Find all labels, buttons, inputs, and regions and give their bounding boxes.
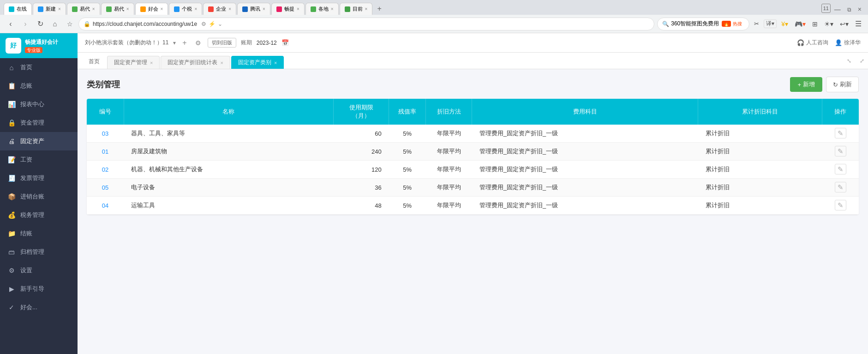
dropdown-icon[interactable]: ▾ <box>173 40 176 46</box>
browser-tab-yidai1[interactable]: 易代 × <box>67 3 100 15</box>
currency-button[interactable]: ¥▾ <box>779 20 790 28</box>
sidebar-item-settings[interactable]: ⚙ 设置 <box>0 261 78 280</box>
browser-tab-new[interactable]: 新建 × <box>33 3 66 15</box>
bookmark-button[interactable]: ☆ <box>64 18 76 30</box>
cell-name: 电子设备 <box>124 179 334 197</box>
cell-code[interactable]: 04 <box>87 197 124 215</box>
translate-button[interactable]: 译▾ <box>764 19 777 28</box>
close-window-button[interactable]: × <box>855 6 864 13</box>
close-icon[interactable]: × <box>161 6 163 12</box>
service-area[interactable]: 🎧 人工咨询 <box>797 39 828 47</box>
game-button[interactable]: 🎮▾ <box>793 20 808 28</box>
browser-tab-tencent[interactable]: 腾讯 × <box>237 3 270 15</box>
close-icon[interactable]: × <box>126 6 129 12</box>
sun-button[interactable]: ☀▾ <box>822 20 835 28</box>
add-button[interactable]: + 新增 <box>790 77 822 92</box>
cell-code[interactable]: 03 <box>87 125 124 143</box>
cell-code[interactable]: 02 <box>87 161 124 179</box>
close-icon[interactable]: × <box>331 6 334 12</box>
browser-tab-active[interactable]: 好会 × <box>135 3 168 15</box>
calendar-icon[interactable]: 📅 <box>281 39 289 46</box>
browser-tab-mubi[interactable]: 目前 × <box>340 3 373 15</box>
page-tab-depreciation[interactable]: 固定资产折旧统计表 × <box>161 56 230 69</box>
grid-button[interactable]: ⊞ <box>810 20 820 28</box>
sidebar-item-report[interactable]: 📊 报表中心 <box>0 95 78 114</box>
sidebar-item-ledger[interactable]: 📋 总账 <box>0 77 78 95</box>
sidebar-item-archive[interactable]: 🗃 归档管理 <box>0 243 78 261</box>
chevron-down-icon[interactable]: ⌄ <box>218 21 222 27</box>
forward-button[interactable]: › <box>19 18 31 30</box>
close-icon[interactable]: × <box>365 6 368 12</box>
cell-code[interactable]: 01 <box>87 143 124 161</box>
address-bar[interactable]: 🔒 https://cloud.chanjet.com/accounting/u… <box>78 18 654 30</box>
cut-button[interactable]: ✂ <box>752 20 761 27</box>
close-icon[interactable]: × <box>220 60 223 66</box>
edit-icon[interactable]: ✎ <box>835 200 846 210</box>
close-icon[interactable]: × <box>263 6 265 12</box>
sidebar-item-invoice[interactable]: 🧾 发票管理 <box>0 169 78 187</box>
cell-months: 48 <box>334 197 389 215</box>
browser-tab-online[interactable]: 在线 <box>4 3 32 15</box>
edit-icon[interactable]: ✎ <box>835 164 846 174</box>
page-tab-home[interactable]: 首页 <box>82 55 106 69</box>
cell-months: 60 <box>334 125 389 143</box>
edit-icon[interactable]: ✎ <box>835 146 846 156</box>
menu-button[interactable]: ☰ <box>853 19 863 28</box>
sidebar-item-home[interactable]: ⌂ 首页 <box>0 58 78 77</box>
sidebar-item-fixed-assets[interactable]: 🖨 固定资产 <box>0 132 78 150</box>
sidebar-item-fund[interactable]: 🔒 资金管理 <box>0 114 78 132</box>
switch-version-button[interactable]: 切到旧版 <box>208 38 236 48</box>
sidebar-item-tax[interactable]: 💰 税务管理 <box>0 206 78 224</box>
col-months: 使用期限（月） <box>334 99 389 125</box>
close-icon[interactable]: × <box>228 6 231 12</box>
minimize-button[interactable]: — <box>832 6 844 13</box>
cell-action: ✎ <box>822 179 859 197</box>
close-icon[interactable]: × <box>297 6 299 12</box>
sidebar-logo: 好 畅捷通好会计 专业版 <box>0 33 78 58</box>
edit-icon[interactable]: ✎ <box>835 182 846 192</box>
cell-name: 运输工具 <box>124 197 334 215</box>
back-button[interactable]: ‹ <box>5 18 17 30</box>
service-label: 人工咨询 <box>806 39 828 47</box>
sidebar-item-close-period[interactable]: 📁 结账 <box>0 224 78 243</box>
table-row: 05 电子设备 36 5% 年限平均 管理费用_固定资产折旧_一级 累计折旧 ✎ <box>87 179 859 197</box>
home-button[interactable]: ⌂ <box>49 18 61 30</box>
lightning-icon: ⚡ <box>209 21 216 27</box>
browser-tab-tax[interactable]: 个税 × <box>169 3 202 15</box>
undo-button[interactable]: ↩▾ <box>838 20 850 28</box>
search-bar[interactable]: 🔍 360智能抠图免费用 🔥 热搜 <box>657 18 749 30</box>
user-area[interactable]: 👤 徐泽华 <box>835 39 861 47</box>
sidebar-item-label: 归档管理 <box>20 248 44 256</box>
topbar-left: 刘小艳演示套装（勿删勿动！）11 ▾ + ⚙ 切到旧版 账期 2023-12 📅 <box>85 38 289 48</box>
browser-tab-corp[interactable]: 企业 × <box>203 3 236 15</box>
add-account-button[interactable]: + <box>180 39 188 47</box>
close-icon[interactable]: × <box>58 6 61 12</box>
sidebar-item-haohuiji[interactable]: ✓ 好会... <box>0 298 78 317</box>
page-tab-assets-mgmt[interactable]: 固定资产管理 × <box>107 56 160 69</box>
sidebar-item-salary[interactable]: 📝 工资 <box>0 150 78 169</box>
edit-icon[interactable]: ✎ <box>835 128 846 138</box>
guide-icon: ▶ <box>7 285 16 293</box>
window-collapse-button[interactable]: ⤡ <box>843 58 855 64</box>
settings-cog-button[interactable]: ⚙ <box>193 39 203 47</box>
refresh-button[interactable]: ↻ <box>34 18 46 30</box>
cell-code[interactable]: 05 <box>87 179 124 197</box>
close-icon[interactable]: × <box>150 60 153 66</box>
window-expand-button[interactable]: ⤢ <box>856 58 868 64</box>
new-tab-button[interactable]: + <box>373 3 385 15</box>
sidebar-item-label: 资金管理 <box>20 119 44 127</box>
browser-tab-yidai2[interactable]: 易代 × <box>101 3 134 15</box>
close-icon[interactable]: × <box>194 6 197 12</box>
refresh-button[interactable]: ↻ 刷新 <box>826 77 859 92</box>
sidebar-item-guide[interactable]: ▶ 新手引导 <box>0 280 78 298</box>
restore-button[interactable]: ⧉ <box>844 6 854 13</box>
site-tools-icon[interactable]: ⚙ <box>201 21 206 27</box>
cell-accum: 累计折旧 <box>698 143 822 161</box>
browser-tab-gedi[interactable]: 各地 × <box>305 3 339 15</box>
close-icon[interactable]: × <box>92 6 95 12</box>
sidebar-item-stock[interactable]: 📦 进销台账 <box>0 187 78 206</box>
cell-expense: 管理费用_固定资产折旧_一级 <box>472 179 698 197</box>
close-icon[interactable]: × <box>274 60 277 66</box>
page-tab-category[interactable]: 固定资产类别 × <box>231 56 284 69</box>
browser-tab-changtí[interactable]: 畅提 × <box>271 3 305 15</box>
